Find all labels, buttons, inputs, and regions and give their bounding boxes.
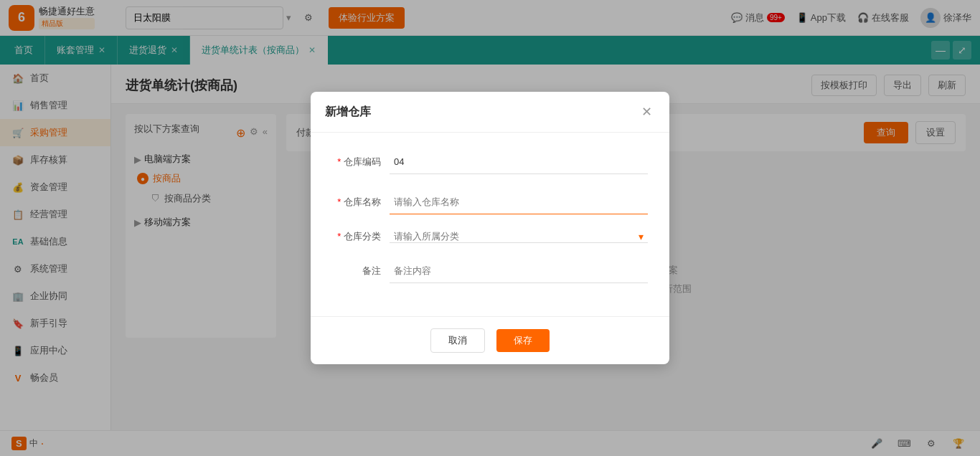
modal-body: 仓库编码 仓库名称 仓库分类 ▾ 备注: [311, 133, 669, 316]
warehouse-category-label: 仓库分类: [332, 230, 390, 243]
modal-header: 新增仓库 ✕: [311, 92, 669, 133]
warehouse-name-label: 仓库名称: [332, 196, 390, 209]
warehouse-name-input[interactable]: [390, 190, 648, 214]
warehouse-name-row: 仓库名称: [332, 190, 648, 214]
modal-close-btn[interactable]: ✕: [638, 103, 655, 120]
warehouse-code-row: 仓库编码: [332, 150, 648, 174]
warehouse-notes-label: 备注: [332, 265, 390, 277]
cancel-button[interactable]: 取消: [430, 328, 485, 353]
modal-overlay[interactable]: 新增仓库 ✕ 仓库编码 仓库名称 仓库分类 ▾: [0, 0, 980, 456]
modal-footer: 取消 保存: [311, 316, 669, 364]
warehouse-code-input[interactable]: [390, 150, 648, 174]
modal-title: 新增仓库: [325, 105, 371, 120]
new-warehouse-modal: 新增仓库 ✕ 仓库编码 仓库名称 仓库分类 ▾: [311, 92, 669, 364]
warehouse-category-select-wrap: ▾: [390, 231, 648, 243]
warehouse-notes-row: 备注: [332, 259, 648, 283]
warehouse-category-input[interactable]: [394, 231, 639, 242]
warehouse-code-label: 仓库编码: [332, 156, 390, 168]
category-dropdown-icon[interactable]: ▾: [639, 231, 644, 242]
warehouse-notes-input[interactable]: [390, 259, 648, 283]
save-button[interactable]: 保存: [496, 329, 550, 352]
warehouse-category-row: 仓库分类 ▾: [332, 230, 648, 243]
